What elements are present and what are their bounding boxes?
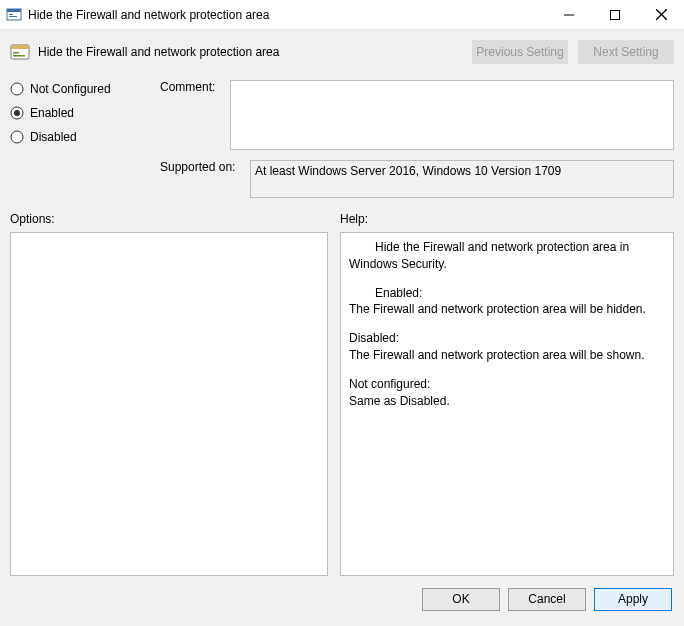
svg-point-15 <box>11 131 23 143</box>
help-enabled-text: The Firewall and network protection area… <box>349 301 665 318</box>
footer: OK Cancel Apply <box>10 582 674 616</box>
comment-label: Comment: <box>160 80 224 94</box>
help-pane[interactable]: Hide the Firewall and network protection… <box>340 232 674 576</box>
help-label: Help: <box>340 212 674 226</box>
help-disabled-text: The Firewall and network protection area… <box>349 347 665 364</box>
supported-on-textarea <box>250 160 674 198</box>
next-setting-button[interactable]: Next Setting <box>578 40 674 64</box>
radio-off-icon <box>10 130 24 144</box>
panes-row: Hide the Firewall and network protection… <box>10 232 674 576</box>
radio-label: Disabled <box>30 130 77 144</box>
previous-setting-button[interactable]: Previous Setting <box>472 40 568 64</box>
svg-rect-1 <box>7 9 21 12</box>
cancel-button[interactable]: Cancel <box>508 588 586 611</box>
options-pane[interactable] <box>10 232 328 576</box>
options-label: Options: <box>10 212 340 226</box>
svg-point-12 <box>11 83 23 95</box>
close-button[interactable] <box>638 0 684 30</box>
minimize-button[interactable] <box>546 0 592 30</box>
radio-enabled[interactable]: Enabled <box>10 106 160 120</box>
comment-textarea[interactable] <box>230 80 674 150</box>
policy-editor-icon <box>6 7 22 23</box>
help-disabled-heading: Disabled: <box>349 330 665 347</box>
radio-on-icon <box>10 106 24 120</box>
svg-rect-5 <box>611 10 620 19</box>
radio-label: Enabled <box>30 106 74 120</box>
svg-rect-3 <box>9 16 17 17</box>
svg-rect-9 <box>11 45 29 49</box>
help-notconfigured-heading: Not configured: <box>349 376 665 393</box>
apply-button[interactable]: Apply <box>594 588 672 611</box>
svg-rect-10 <box>13 52 19 54</box>
radio-not-configured[interactable]: Not Configured <box>10 82 160 96</box>
supported-on-label: Supported on: <box>160 160 244 174</box>
radio-label: Not Configured <box>30 82 111 96</box>
svg-rect-2 <box>9 14 13 15</box>
svg-point-14 <box>14 110 20 116</box>
config-fields: Comment: Supported on: <box>160 80 674 198</box>
policy-item-icon <box>10 42 30 62</box>
policy-subtitle: Hide the Firewall and network protection… <box>38 45 462 59</box>
help-enabled-heading: Enabled: <box>349 285 665 302</box>
ok-button[interactable]: OK <box>422 588 500 611</box>
radio-disabled[interactable]: Disabled <box>10 130 160 144</box>
help-intro: Hide the Firewall and network protection… <box>349 239 665 273</box>
svg-rect-11 <box>13 55 25 57</box>
header-row: Hide the Firewall and network protection… <box>10 38 674 66</box>
window: Hide the Firewall and network protection… <box>0 0 684 626</box>
maximize-button[interactable] <box>592 0 638 30</box>
window-title: Hide the Firewall and network protection… <box>28 8 546 22</box>
section-labels: Options: Help: <box>10 212 674 226</box>
config-row: Not Configured Enabled Disabled Comment: <box>10 80 674 198</box>
state-radio-group: Not Configured Enabled Disabled <box>10 80 160 198</box>
titlebar: Hide the Firewall and network protection… <box>0 0 684 30</box>
radio-off-icon <box>10 82 24 96</box>
help-notconfigured-text: Same as Disabled. <box>349 393 665 410</box>
client-area: Hide the Firewall and network protection… <box>0 30 684 626</box>
